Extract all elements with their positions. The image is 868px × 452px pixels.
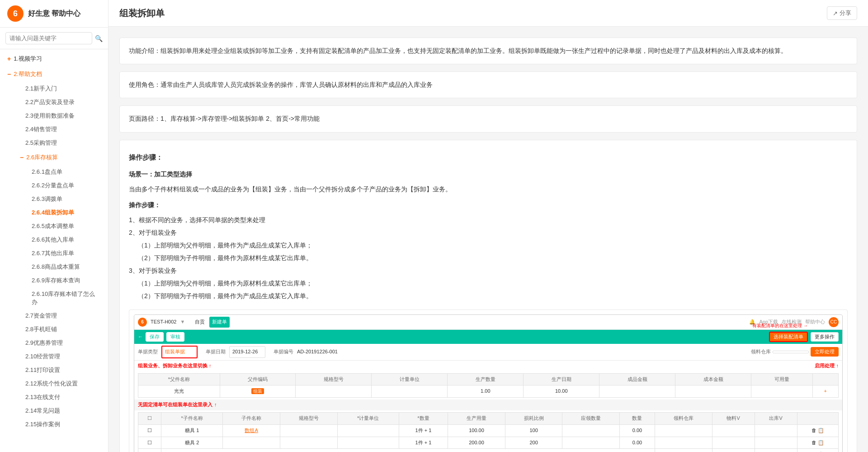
share-button[interactable]: ↗ 分享: [827, 6, 857, 20]
ltr1-check[interactable]: ☐: [138, 424, 161, 437]
screenshot-container: 6 TEST-H002 ▼ 自贡 新建单 🔔 App下载 在线检测 帮助中心: [129, 309, 848, 452]
annot-enable: 启用处理 ↑: [815, 362, 839, 371]
app-tab-self[interactable]: 自贡: [192, 317, 208, 328]
ltr2-check[interactable]: ☐: [138, 437, 161, 449]
annot-enable-text: 启用处理: [815, 363, 835, 368]
app-action-bar: ← 保存 审核 选择装配清单 有装配清单的在这里处理 → 更多操作: [134, 330, 842, 344]
path-block: 页面路径：1、库存核算->库存管理->组装拆卸单 2、首页->常用功能: [119, 105, 857, 132]
sidebar-item-inv264[interactable]: 2.6.4组装拆卸单: [19, 206, 108, 219]
ltr2-mat: [712, 437, 755, 449]
form-warehouse-val[interactable]: [773, 351, 809, 353]
app-form-row: 单据类型 组装单据 单据日期 2019-12-26 单据编号 AD-201912…: [134, 344, 842, 361]
ltr3-op[interactable]: 🗑 📋: [797, 449, 838, 452]
sidebar-item-print[interactable]: 2.11打印设置: [13, 363, 108, 377]
assembly-list-area: 选择装配清单 有装配清单的在这里处理 →: [769, 332, 808, 342]
search-icon[interactable]: 🔍: [95, 35, 103, 42]
sidebar-item-label: 2.6库存核算: [26, 153, 58, 162]
form-right: 领料仓库 立即处理: [751, 347, 839, 357]
annot-assembly-list: 有装配清单的在这里处理 →: [752, 322, 808, 330]
sidebar-item-system[interactable]: 2.12系统个性化设置: [13, 377, 108, 390]
ltr2-loss: 200: [505, 437, 562, 449]
form-no-val: AD-20191226-001: [297, 347, 338, 357]
sidebar-item-inv2610[interactable]: 2.6.10库存账本错了怎么办: [19, 287, 108, 309]
sidebar-item-finance[interactable]: 2.7资金管理: [13, 309, 108, 323]
sidebar-item-mobile[interactable]: 2.8手机旺铺: [13, 323, 108, 336]
search-input[interactable]: [5, 32, 92, 44]
expand-icon: +: [7, 55, 11, 62]
sidebar-item-inv262[interactable]: 2.6.2分量盘点单: [19, 179, 108, 192]
ltr1-req: [562, 424, 620, 437]
form-date-val: 2019-12-26: [229, 346, 265, 358]
scenario1-desc: 当由多个子件材料组装成一个成品的业务为【组装】业务，当由一个父件拆分成多个子产品…: [129, 184, 848, 195]
steps-block: 操作步骤： 场景一：加工类型选择 当由多个子件材料组装成一个成品的业务为【组装】…: [119, 140, 857, 452]
sidebar-item-inventory[interactable]: − 2.6库存核算: [13, 150, 108, 165]
th-op: [812, 373, 838, 385]
content-area: 功能介绍：组装拆卸单用来处理企业组装或拆卸等加工业务，支持有固定装配清单的产品加…: [108, 27, 868, 452]
annot-no-list: 无固定清单可在组装单在这里录入: [138, 400, 212, 409]
sidebar-item-purchase[interactable]: 2.5采购管理: [13, 136, 108, 150]
lth-spec: 规格型号: [280, 412, 337, 424]
td-op-btn[interactable]: +: [812, 385, 838, 398]
sidebar-item-install[interactable]: 2.2产品安装及登录: [13, 95, 108, 109]
app-more-btn[interactable]: 更多操作: [811, 332, 839, 342]
app-company: TEST-H002: [151, 318, 176, 327]
app-review-btn[interactable]: 审核: [166, 332, 184, 342]
ltr2-req: [562, 437, 620, 449]
ltr3-mat: [755, 449, 797, 452]
sidebar-item-sales[interactable]: 2.4销售管理: [13, 123, 108, 136]
role-block: 使用角色：通常由生产人员或库管人员完成拆装业务的操作，库管人员确认原材料的出库和…: [119, 71, 857, 98]
lth-child-code: 子件名称: [223, 412, 280, 424]
sidebar-item-coupon[interactable]: 2.9优惠券管理: [13, 336, 108, 350]
sidebar-item-inv261[interactable]: 2.6.1盘点单: [19, 165, 108, 179]
ltr3-check[interactable]: ☐: [138, 449, 161, 452]
lth-qty1: *数量: [399, 412, 448, 424]
ltr2-code: [223, 437, 280, 449]
sidebar-item-faq[interactable]: 2.14常见问题: [13, 404, 108, 418]
ltr1-op[interactable]: 🗑 📋: [797, 424, 838, 437]
steps-subtitle: 操作步骤：: [129, 200, 848, 211]
sidebar-item-video[interactable]: + 1.视频学习: [0, 51, 108, 67]
form-type-label: 单据类型: [138, 347, 158, 357]
th-qty: 生产数量: [448, 373, 524, 385]
ltr1-out: [755, 424, 797, 437]
annot-arrow-lower: ↑: [214, 400, 217, 409]
app-assembly-list-btn[interactable]: 选择装配清单: [769, 332, 808, 342]
ltr3-qty2: 0.00: [655, 449, 712, 452]
sidebar-item-inv268[interactable]: 2.6.8商品成本重算: [19, 260, 108, 274]
sidebar-item-inv266[interactable]: 2.6.6其他入库单: [19, 233, 108, 247]
sidebar-item-docs[interactable]: − 2.帮助文档: [0, 67, 108, 82]
sidebar-item-payment[interactable]: 2.13在线支付: [13, 390, 108, 404]
ltr2-wh: [655, 437, 712, 449]
lth-child-name: *子件名称: [161, 412, 223, 424]
sidebar-item-newbie[interactable]: 2.1新手入门: [13, 82, 108, 95]
app-tab-new[interactable]: 新建单: [209, 317, 230, 328]
sidebar-item-operation[interactable]: 2.10经营管理: [13, 350, 108, 363]
sidebar-item-cases[interactable]: 2.15操作案例: [13, 418, 108, 431]
form-type-val[interactable]: 组装单据: [161, 346, 198, 358]
sidebar-item-inv269[interactable]: 2.6.9库存账本查询: [19, 274, 108, 287]
steps-title: 操作步骤：: [129, 151, 848, 163]
sidebar-header: 6 好生意 帮助中心: [0, 0, 108, 28]
ltr2-out: [755, 437, 797, 449]
ltr2-op[interactable]: 🗑 📋: [797, 437, 838, 449]
sidebar-item-data[interactable]: 2.3使用前数据准备: [13, 109, 108, 123]
ltr2-prod: 200.00: [448, 437, 505, 449]
ltr1-spec: [280, 424, 337, 437]
lower-row-1: ☐ 糖具 1 数组A 1件 + 1 100.00 100 0.00: [138, 424, 839, 437]
app-confirm-btn[interactable]: 立即处理: [811, 347, 839, 357]
th-parent-name: *父件名称: [138, 373, 220, 385]
ltr2-unit: [337, 437, 399, 449]
nav-section: + 1.视频学习 − 2.帮助文档 2.1新手入门 2.2产品安装及登录 2.3…: [0, 49, 108, 433]
page-title: 组装拆卸单: [119, 7, 165, 19]
step3-2: （2）下部明细为子件明细，最终作为产成品生成某它入库单。: [129, 290, 848, 302]
lth-prod-qty: 生产用量: [448, 412, 505, 424]
step2-2: （2）下部明细为子件明细，最终作为原材料生成某它出库单。: [129, 252, 848, 264]
sidebar-item-inv263[interactable]: 2.6.3调拨单: [19, 192, 108, 206]
lower-row-3: ☐ 0.00 🗑 📋: [138, 449, 839, 452]
sidebar-item-inv267[interactable]: 2.6.7其他出库单: [19, 247, 108, 260]
sidebar-item-inv265[interactable]: 2.6.5成本调整单: [19, 219, 108, 233]
app-save-btn[interactable]: 保存: [146, 332, 164, 342]
lth-check: ☐: [138, 412, 161, 424]
lower-table: ☐ *子件名称 子件名称 规格型号 *计量单位 *数量 生产用量 损耗比例 应领…: [138, 412, 839, 452]
collapse-icon: −: [7, 71, 11, 78]
